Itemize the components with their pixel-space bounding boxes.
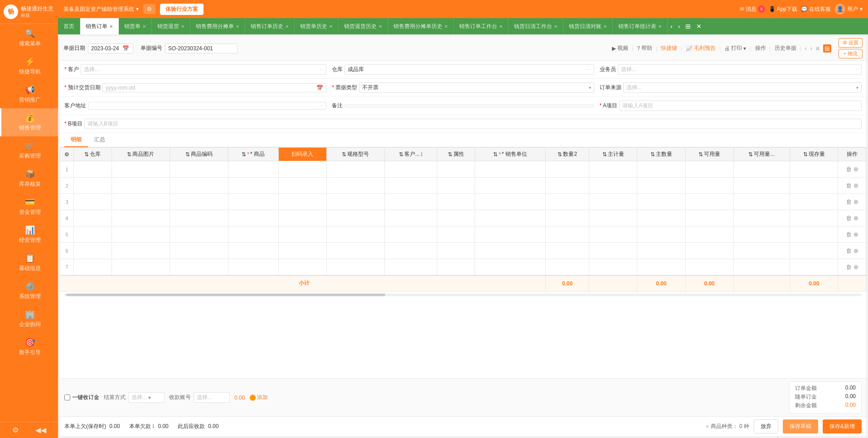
profit-btn[interactable]: 📈 毛利预告 (686, 44, 716, 52)
row5-spec[interactable] (326, 226, 384, 243)
tab-prev-btn[interactable]: ‹ (668, 23, 675, 30)
tab-close-sales-order[interactable]: ✕ (109, 24, 113, 29)
row1-attribute[interactable] (437, 161, 475, 178)
tab-daily-workbench[interactable]: 钱货日清工作台 ✕ (509, 18, 563, 34)
row6-product[interactable] (228, 243, 278, 259)
row4-main-qty[interactable] (637, 210, 685, 226)
th-main-qty[interactable]: ⇅ 主数量 (637, 148, 685, 161)
tab-workbench[interactable]: 销售订单工作台 ✕ (454, 18, 509, 34)
row6-qty2[interactable] (546, 243, 589, 259)
tab-close-daily-workbench[interactable]: ✕ (554, 24, 558, 29)
row1-product[interactable] (228, 161, 278, 178)
settings-panel-btn[interactable]: ⚙ 设置 (839, 38, 863, 48)
settings-btn[interactable]: ⚙ (143, 4, 155, 14)
row6-main-unit[interactable] (589, 243, 637, 259)
tab-close-expense-split[interactable]: ✕ (236, 24, 239, 29)
row3-attribute[interactable] (437, 194, 475, 210)
view-btn[interactable]: ▶ 视频 (612, 44, 628, 52)
row2-copy-icon[interactable]: ⊕ (853, 182, 858, 189)
sidebar-item-sales[interactable]: 💰 销售管理 (0, 108, 58, 136)
sidebar-item-guide[interactable]: 🎯 新手引导 (0, 333, 58, 361)
invoice-type-select[interactable]: 不开票 ▾ (359, 82, 594, 93)
b-project-input[interactable]: 请输入B项目 (84, 119, 862, 129)
row3-customer-code[interactable] (385, 194, 437, 210)
row3-spec[interactable] (326, 194, 384, 210)
row1-copy-icon[interactable]: ⊕ (853, 166, 858, 173)
row1-main-qty[interactable] (637, 161, 685, 178)
row4-copy-icon[interactable]: ⊕ (853, 215, 858, 221)
payment-select[interactable]: 选择... ▾ (128, 392, 165, 403)
row5-main-unit[interactable] (589, 226, 637, 243)
note-input[interactable] (344, 105, 594, 107)
settings-bottom-btn[interactable]: ⚙ (12, 426, 19, 434)
print-dropdown-icon[interactable]: ▾ (743, 45, 746, 52)
delivery-date-input[interactable]: yyyy-mm-dd 📅 (102, 83, 326, 92)
sidebar-item-purchase[interactable]: 🛒 采购管理 (0, 136, 58, 164)
row4-product[interactable] (228, 210, 278, 226)
scrollbar-container[interactable] (60, 292, 866, 298)
row7-main-qty[interactable] (637, 259, 685, 275)
row2-main-unit[interactable] (589, 178, 637, 194)
row6-delete-icon[interactable]: 🗑 (846, 247, 852, 254)
tab-close-all-btn[interactable]: ✕ (693, 23, 704, 30)
row3-warehouse[interactable] (74, 194, 112, 210)
dropdown-arrow-icon[interactable]: ▾ (136, 6, 139, 12)
row4-warehouse[interactable] (74, 210, 112, 226)
a-project-input[interactable]: 请输入A项目 (619, 101, 862, 111)
row1-delete-icon[interactable]: 🗑 (846, 166, 852, 173)
tab-close-workbench[interactable]: ✕ (499, 24, 503, 29)
tab-daily-reconcile[interactable]: 钱货日清对账 ✕ (563, 18, 613, 34)
history-btn[interactable]: 历史单据 (775, 44, 796, 52)
row2-sales-unit[interactable] (475, 178, 546, 194)
th-available[interactable]: ⇅ 可用量 (685, 148, 733, 161)
row6-image[interactable] (112, 243, 170, 259)
row2-spec[interactable] (326, 178, 384, 194)
prev-record-btn[interactable]: ‹ (805, 45, 807, 52)
sidebar-item-finance[interactable]: 💳 资金管理 (0, 193, 58, 221)
tab-close-expense-history[interactable]: ✕ (444, 24, 448, 29)
online-service-btn[interactable]: 💬 在线客服 (801, 5, 831, 13)
th-spec[interactable]: ⇅ 规格型号 (326, 148, 384, 161)
tab-close-stats[interactable]: ✕ (658, 24, 662, 29)
save-new-btn[interactable]: 保存&新增 (823, 419, 862, 433)
row4-customer-code[interactable] (385, 210, 437, 226)
row4-sales-unit[interactable] (475, 210, 546, 226)
next-record-btn[interactable]: › (810, 45, 812, 52)
add-btn[interactable]: 🟠 添加 (249, 394, 268, 401)
tab-expand-btn[interactable]: ⊞ (683, 23, 693, 30)
tab-return-history[interactable]: 销货退货历史 ✕ (339, 18, 388, 34)
date-field[interactable]: 2023-03-24 📅 (88, 43, 133, 53)
row1-warehouse[interactable] (74, 161, 112, 178)
th-product[interactable]: ⇅ ** 商品 (228, 148, 278, 161)
grid-view-btn[interactable]: ⊞ (823, 44, 831, 53)
row5-image[interactable] (112, 226, 170, 243)
number-field[interactable]: SO-20230324-001 (165, 43, 238, 53)
collapse-btn[interactable]: ◀◀ (35, 426, 46, 434)
row6-main-qty[interactable] (637, 243, 685, 259)
row7-code[interactable] (170, 259, 228, 275)
tab-home[interactable]: 首页 (58, 18, 80, 34)
row1-image[interactable] (112, 161, 170, 178)
row5-delete-icon[interactable]: 🗑 (846, 231, 852, 238)
row6-customer-code[interactable] (385, 243, 437, 259)
address-input[interactable]: ··· (88, 102, 326, 110)
th-image[interactable]: ⇅ 商品图片 (112, 148, 170, 161)
row3-copy-icon[interactable]: ⊕ (853, 198, 858, 205)
sidebar-item-marketing[interactable]: 📢 营销推广 (0, 80, 58, 108)
th-customer-code[interactable]: ⇅ 客户... ℹ (385, 148, 437, 161)
row5-main-qty[interactable] (637, 226, 685, 243)
row6-sales-unit[interactable] (475, 243, 546, 259)
row5-copy-icon[interactable]: ⊕ (853, 231, 858, 238)
row2-qty2[interactable] (546, 178, 589, 194)
tab-stats[interactable]: 销售订单统计表 ✕ (613, 18, 668, 34)
row7-image[interactable] (112, 259, 170, 275)
user-menu[interactable]: 👤 用户 ▾ (834, 4, 863, 14)
tab-return[interactable]: 销货退货 ✕ (152, 18, 190, 34)
tab-expense-history[interactable]: 销售费用分摊单历史 ✕ (388, 18, 454, 34)
tab-close-return[interactable]: ✕ (181, 24, 184, 29)
tab-next-btn[interactable]: › (675, 23, 683, 30)
row4-image[interactable] (112, 210, 170, 226)
row3-sales-unit[interactable] (475, 194, 546, 210)
th-gear[interactable]: ⚙ (60, 148, 74, 161)
row7-product[interactable] (228, 259, 278, 275)
